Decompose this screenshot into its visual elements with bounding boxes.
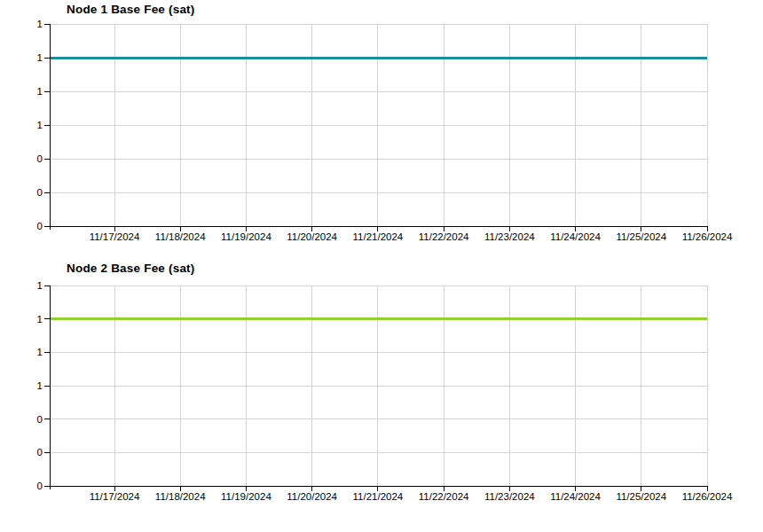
grid-line-vertical <box>114 24 115 226</box>
x-tick-label: 11/19/2024 <box>215 490 277 503</box>
grid-line-vertical <box>707 286 708 486</box>
grid-line-vertical <box>114 286 115 486</box>
x-tick-label: 11/22/2024 <box>413 231 475 243</box>
grid-line-vertical <box>377 286 378 486</box>
grid-line-horizontal <box>51 286 707 286</box>
x-axis-line <box>50 226 707 227</box>
y-tick-label: 1 <box>16 279 43 292</box>
series-line-node-1-base-fee <box>51 57 707 59</box>
grid-line-horizontal <box>51 125 707 126</box>
x-tick-label: 11/24/2024 <box>545 231 607 243</box>
grid-line-vertical <box>377 24 378 226</box>
grid-line-vertical <box>246 286 247 486</box>
grid-line-horizontal <box>51 419 707 419</box>
y-tick-label: 0 <box>16 153 43 165</box>
grid-line-vertical <box>707 24 708 226</box>
y-axis-line <box>50 24 51 230</box>
y-tick-label: 1 <box>16 85 43 98</box>
x-tick-label: 11/18/2024 <box>149 231 211 243</box>
y-tick-label: 0 <box>16 220 43 232</box>
x-tick-label: 11/21/2024 <box>347 490 409 503</box>
grid-line-vertical <box>180 24 181 226</box>
x-tick-label: 11/23/2024 <box>478 490 540 503</box>
grid-line-vertical <box>246 24 247 226</box>
series-line-node-2-base-fee <box>51 317 707 320</box>
x-tick-label: 11/17/2024 <box>83 231 146 243</box>
x-tick-label: 11/26/2024 <box>676 231 738 243</box>
grid-line-horizontal <box>51 24 707 25</box>
grid-line-vertical <box>641 286 641 486</box>
grid-line-vertical <box>180 286 181 486</box>
y-tick-label: 1 <box>16 119 43 131</box>
y-tick-label: 0 <box>16 186 43 199</box>
grid-line-vertical <box>444 286 444 486</box>
grid-line-vertical <box>575 286 576 486</box>
y-axis-line <box>50 286 51 489</box>
grid-line-horizontal <box>51 352 707 353</box>
grid-line-horizontal <box>51 192 707 193</box>
node2-chart-title: Node 2 Base Fee (sat) <box>67 262 195 275</box>
y-tick-label: 0 <box>16 446 43 458</box>
x-tick-label: 11/23/2024 <box>478 231 540 243</box>
x-tick-label: 11/26/2024 <box>676 490 738 503</box>
x-tick-label: 11/20/2024 <box>281 490 343 503</box>
grid-line-vertical <box>311 24 312 226</box>
y-tick-label: 1 <box>16 313 43 325</box>
grid-line-vertical <box>509 24 510 226</box>
x-tick-label: 11/25/2024 <box>610 490 673 503</box>
grid-line-horizontal <box>51 91 707 92</box>
x-tick-label: 11/22/2024 <box>413 490 475 503</box>
grid-line-vertical <box>311 286 312 486</box>
grid-line-horizontal <box>51 452 707 453</box>
grid-line-vertical <box>444 24 444 226</box>
x-tick-label: 11/18/2024 <box>149 490 211 503</box>
base-fee-charts-page: Node 1 Base Fee (sat) 111100011/17/20241… <box>0 0 763 532</box>
x-tick-label: 11/21/2024 <box>347 231 409 243</box>
x-tick-label: 11/20/2024 <box>281 231 343 243</box>
y-tick-label: 1 <box>16 379 43 392</box>
grid-line-horizontal <box>51 159 707 160</box>
y-tick-label: 0 <box>16 480 43 492</box>
y-tick-label: 0 <box>16 413 43 426</box>
y-tick-label: 1 <box>16 18 43 30</box>
x-tick-label: 11/25/2024 <box>610 231 673 243</box>
node1-chart-title: Node 1 Base Fee (sat) <box>67 3 195 16</box>
grid-line-horizontal <box>51 386 707 387</box>
y-tick-label: 1 <box>16 51 43 64</box>
grid-line-vertical <box>575 24 576 226</box>
grid-line-vertical <box>641 24 641 226</box>
grid-line-vertical <box>509 286 510 486</box>
x-tick-label: 11/19/2024 <box>215 231 277 243</box>
x-tick-label: 11/24/2024 <box>545 490 607 503</box>
x-tick-label: 11/17/2024 <box>83 490 146 503</box>
x-axis-line <box>50 486 707 487</box>
y-tick-label: 1 <box>16 346 43 358</box>
